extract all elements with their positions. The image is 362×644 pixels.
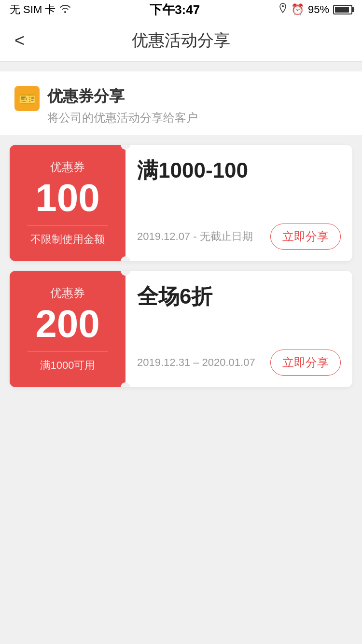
coupon-left-1: 优惠券 100 不限制使用金额 [10,145,125,261]
share-button-2[interactable]: 立即分享 [270,350,341,376]
coupon-condition-2: 满1000可用 [40,358,96,373]
nav-bar: < 优惠活动分享 [0,19,362,62]
coupon-icon: 🎫 [19,91,36,107]
status-time: 下午3:47 [150,1,200,18]
coupon-amount-1: 100 [35,179,99,217]
coupon-type-1: 优惠券 [50,159,85,175]
zigzag-1 [120,150,126,256]
coupon-date-1: 2019.12.07 - 无截止日期 [137,229,253,244]
status-left: 无 SIM 卡 [10,2,71,17]
coupon-bottom-1: 2019.12.07 - 无截止日期 立即分享 [137,224,341,250]
svg-point-0 [282,5,284,7]
coupon-card-1: 优惠券 100 不限制使用金额 满1000-100 2019.12.07 - 无… [10,145,352,261]
zigzag-2 [120,276,126,382]
wifi-icon [59,3,71,16]
section-title: 优惠券分享 [47,86,198,107]
coupon-title-1: 满1000-100 [137,156,341,185]
sim-indicator: 无 SIM 卡 [10,2,56,17]
coupon-right-1: 满1000-100 2019.12.07 - 无截止日期 立即分享 [125,145,352,261]
section-header: 🎫 优惠券分享 将公司的优惠活动分享给客户 [0,71,362,135]
section-subtitle: 将公司的优惠活动分享给客户 [47,110,198,126]
battery-icon [333,5,352,14]
coupon-condition-1: 不限制使用金额 [30,232,105,247]
back-button[interactable]: < [14,30,25,51]
coupon-amount-2: 200 [35,305,99,343]
share-button-1[interactable]: 立即分享 [270,224,341,250]
status-right: ⏰ 95% [278,3,352,16]
page-title: 优惠活动分享 [132,29,230,52]
coupon-bottom-2: 2019.12.31 – 2020.01.07 立即分享 [137,350,341,376]
coupon-type-2: 优惠券 [50,285,85,301]
section-text: 优惠券分享 将公司的优惠活动分享给客户 [47,86,198,126]
coupon-left-2: 优惠券 200 满1000可用 [10,271,125,387]
location-icon [278,3,287,16]
coupon-divider-2 [28,351,108,351]
coupon-title-2: 全场6折 [137,282,341,311]
status-bar: 无 SIM 卡 下午3:47 ⏰ 95% [0,0,362,19]
battery-percentage: 95% [308,3,329,16]
coupon-divider-1 [28,225,108,225]
coupon-card-2: 优惠券 200 满1000可用 全场6折 2019.12.31 – 2020.0… [10,271,352,387]
coupon-right-2: 全场6折 2019.12.31 – 2020.01.07 立即分享 [125,271,352,387]
alarm-icon: ⏰ [291,3,304,16]
section-icon: 🎫 [14,86,40,111]
coupon-date-2: 2019.12.31 – 2020.01.07 [137,356,255,369]
coupon-list: 优惠券 100 不限制使用金额 满1000-100 2019.12.07 - 无… [0,135,362,397]
